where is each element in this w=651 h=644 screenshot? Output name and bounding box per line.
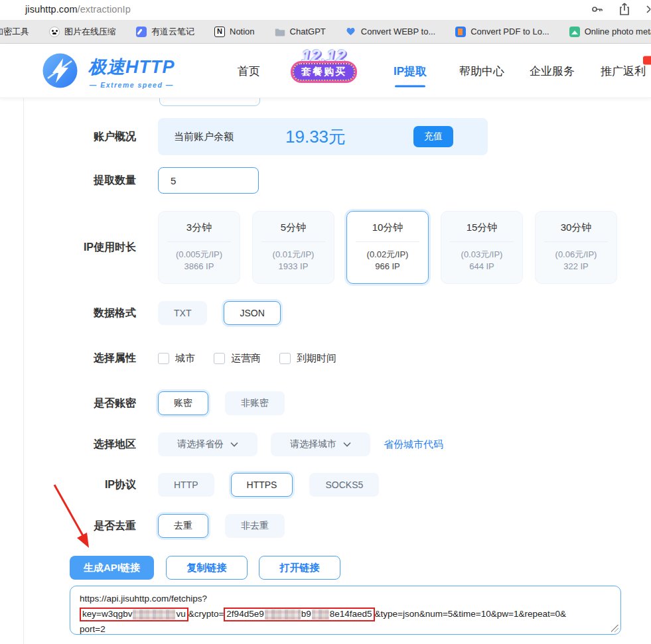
- protocol-label: IP协议: [0, 478, 136, 492]
- heart-icon: [346, 27, 356, 37]
- url-path: /extractionIp: [78, 4, 131, 15]
- nav-referral[interactable]: 推广返利: [601, 63, 646, 78]
- format-label: 数据格式: [0, 306, 136, 320]
- province-select[interactable]: 请选择省份: [158, 432, 257, 456]
- browser-url-bar[interactable]: jisuhttp.com/extractionIp: [0, 0, 651, 20]
- folder-icon: [275, 27, 285, 37]
- protocol-option-http[interactable]: HTTP: [158, 473, 214, 497]
- quantity-input[interactable]: [158, 167, 259, 194]
- checkbox-icon[interactable]: [158, 353, 169, 364]
- textarea-resize-handle[interactable]: [611, 625, 618, 632]
- pixelated-blur: [133, 610, 175, 619]
- auth-option-no-credential[interactable]: 非账密: [225, 391, 285, 415]
- share-icon[interactable]: [618, 2, 631, 17]
- pdf-converter-icon: [455, 27, 466, 37]
- redacted-key-highlight: key=w3qgbvvu: [80, 608, 188, 621]
- panda-icon: [49, 27, 60, 37]
- bookmark-item[interactable]: 图片在线压缩: [49, 26, 116, 38]
- nav-ip-extract[interactable]: IP提取: [394, 63, 427, 78]
- brand-tagline: — Extreme speed —: [88, 81, 175, 89]
- url-host: jisuhttp.com: [25, 4, 78, 15]
- city-select[interactable]: 请选择城市: [271, 432, 370, 456]
- divider: [450, 241, 514, 242]
- attributes-label: 选择属性: [0, 352, 136, 365]
- brand-name: 极速HTTP: [88, 55, 175, 79]
- lightning-logo-icon: [41, 52, 79, 92]
- youdao-note-icon: [136, 27, 147, 37]
- pixelated-blur: [265, 610, 301, 619]
- pixelated-blur: [312, 610, 329, 619]
- duration-option-3min[interactable]: 3分钟 (0.005元/IP) 3866 IP: [158, 211, 240, 284]
- chevron-down-icon: [230, 442, 238, 447]
- quantity-label: 提取数量: [0, 174, 136, 188]
- region-label: 选择地区: [0, 438, 136, 452]
- dedup-option-no[interactable]: 非去重: [225, 514, 285, 538]
- account-overview-label: 账户概况: [0, 130, 136, 144]
- clipped-toolbar-icon[interactable]: [644, 2, 651, 17]
- bookmark-item[interactable]: 有道云笔记: [136, 26, 194, 38]
- divider: [167, 241, 231, 242]
- format-option-json[interactable]: JSON: [224, 301, 280, 325]
- page: jisuhttp.com/extractionIp 加密工具 图片在线压缩 有: [0, 0, 651, 644]
- duration-option-30min[interactable]: 30分钟 (0.06元/IP) 322 IP: [535, 211, 617, 284]
- bookmarks-bar: 加密工具 图片在线压缩 有道云笔记 NNotion ChatGPT Conver…: [0, 20, 651, 44]
- duration-option-15min[interactable]: 15分钟 (0.03元/IP) 644 IP: [441, 211, 523, 284]
- bookmark-item[interactable]: Convert PDF to Lo...: [455, 27, 549, 37]
- protocol-option-https[interactable]: HTTPS: [231, 473, 293, 497]
- account-balance-panel: 当前账户余额 19.33元 充值: [158, 118, 488, 155]
- dedup-label: 是否去重: [0, 519, 136, 533]
- format-option-txt[interactable]: TXT: [158, 301, 207, 325]
- bookmark-item[interactable]: NNotion: [214, 27, 255, 37]
- nav-help-center[interactable]: 帮助中心: [459, 63, 504, 78]
- copy-link-button[interactable]: 复制链接: [166, 556, 248, 580]
- dedup-option-yes[interactable]: 去重: [158, 514, 208, 538]
- auth-option-credential[interactable]: 账密: [158, 391, 208, 415]
- checkbox-icon[interactable]: [214, 353, 225, 364]
- attribute-checkbox-expire[interactable]: 到期时间: [279, 352, 336, 365]
- duration-label: IP使用时长: [0, 241, 136, 255]
- province-city-code-link[interactable]: 省份城市代码: [384, 438, 443, 451]
- extraction-form: 账户概况 当前账户余额 19.33元 充值 提取数量 IP使用时长 3分钟: [0, 98, 651, 644]
- nav-home[interactable]: 首页: [238, 63, 260, 78]
- bookmark-item[interactable]: Convert WEBP to...: [346, 27, 435, 37]
- bookmark-item[interactable]: ChatGPT: [275, 27, 326, 37]
- promo-badge-1212[interactable]: 12.12 套餐购买: [284, 46, 364, 83]
- bookmark-item[interactable]: Online photo meta...: [569, 27, 651, 37]
- photo-meta-icon: [569, 27, 580, 37]
- nav-enterprise[interactable]: 企业服务: [530, 63, 575, 78]
- attribute-checkbox-isp[interactable]: 运营商: [214, 352, 261, 365]
- site-logo[interactable]: 极速HTTP — Extreme speed —: [41, 52, 175, 92]
- api-url-line1: https://api.jisuhttp.com/fetchips?: [80, 591, 611, 606]
- recharge-button[interactable]: 充值: [413, 126, 453, 147]
- notification-badge: [643, 56, 651, 64]
- redacted-crypto-highlight: 2f94d5e9b98e14faed5: [224, 608, 374, 621]
- protocol-option-socks5[interactable]: SOCKS5: [309, 473, 379, 497]
- generate-api-link-button[interactable]: 生成API链接: [70, 556, 154, 580]
- balance-value: 19.33元: [285, 125, 346, 149]
- divider: [261, 241, 325, 242]
- api-url-line2: key=w3qgbvvu&crypto=2f94d5e9b98e14faed5&…: [80, 606, 611, 621]
- site-header: 极速HTTP — Extreme speed — 首页 12.12 套餐购买 I…: [0, 44, 651, 98]
- divider: [356, 241, 419, 242]
- password-key-icon[interactable]: [590, 2, 605, 17]
- checkbox-icon[interactable]: [279, 353, 291, 364]
- attribute-checkbox-city[interactable]: 城市: [158, 352, 195, 365]
- promo-package-button[interactable]: 套餐购买: [291, 61, 357, 83]
- open-link-button[interactable]: 打开链接: [259, 556, 340, 580]
- duration-option-5min[interactable]: 5分钟 (0.01元/IP) 1933 IP: [252, 211, 334, 284]
- chevron-down-icon: [343, 442, 351, 447]
- duration-option-10min[interactable]: 10分钟 (0.02元/IP) 966 IP: [346, 211, 429, 284]
- api-url-line3: port=2: [80, 621, 611, 635]
- bookmark-item[interactable]: 加密工具: [0, 26, 29, 38]
- address-url[interactable]: jisuhttp.com/extractionIp: [25, 4, 131, 15]
- active-tab-underline: [395, 85, 425, 87]
- auth-label: 是否账密: [0, 397, 136, 411]
- divider: [544, 241, 608, 242]
- notion-icon: N: [214, 27, 225, 37]
- api-link-textarea[interactable]: https://api.jisuhttp.com/fetchips? key=w…: [70, 586, 621, 635]
- balance-label: 当前账户余额: [174, 131, 234, 143]
